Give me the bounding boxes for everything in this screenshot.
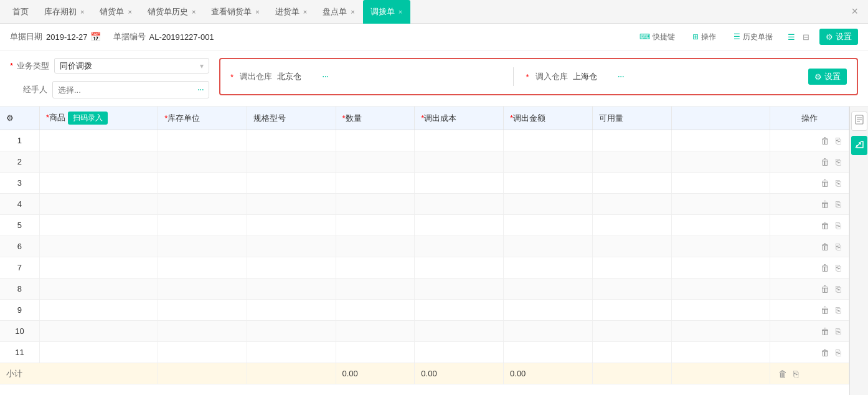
row-amount-3[interactable] — [504, 173, 593, 194]
row-cost-6[interactable] — [415, 236, 504, 257]
row-amount-10[interactable] — [504, 321, 593, 342]
tab-view-sales-close[interactable]: × — [255, 8, 259, 16]
row-qty-8[interactable] — [336, 278, 415, 300]
row-amount-8[interactable] — [504, 278, 593, 300]
row-cost-10[interactable] — [415, 321, 504, 342]
tab-inventory-init-close[interactable]: × — [80, 8, 84, 16]
row-copy-icon-2[interactable]: ⎘ — [836, 157, 841, 167]
row-unit-7[interactable] — [158, 257, 247, 278]
tab-sales-close[interactable]: × — [128, 8, 131, 16]
row-available-2[interactable] — [592, 151, 671, 173]
row-product-8[interactable] — [39, 278, 158, 300]
row-amount-11[interactable] — [504, 342, 593, 363]
grid-layout-icon[interactable]: ⊟ — [800, 31, 812, 43]
row-spec-7[interactable] — [247, 257, 336, 278]
tab-stocktake-close[interactable]: × — [351, 8, 354, 16]
operations-button[interactable]: ⊞ 操作 — [687, 30, 721, 44]
row-unit-2[interactable] — [158, 151, 247, 173]
row-unit-8[interactable] — [158, 278, 247, 300]
handler-input-wrap[interactable]: ··· — [52, 81, 209, 98]
row-qty-1[interactable] — [336, 130, 415, 151]
gear-icon[interactable]: ⚙ — [6, 113, 14, 123]
row-amount-4[interactable] — [504, 194, 593, 215]
row-spec-2[interactable] — [247, 151, 336, 173]
row-spec-8[interactable] — [247, 278, 336, 300]
row-spec-1[interactable] — [247, 130, 336, 151]
row-product-6[interactable] — [39, 236, 158, 257]
row-spec-11[interactable] — [247, 342, 336, 363]
tab-sales[interactable]: 销货单 × — [92, 0, 139, 24]
row-delete-icon-6[interactable]: 🗑 — [821, 242, 829, 252]
row-unit-4[interactable] — [158, 194, 247, 215]
subtotal-delete-icon[interactable]: 🗑 — [778, 369, 787, 379]
row-copy-icon-8[interactable]: ⎘ — [836, 284, 841, 294]
handler-input[interactable] — [58, 85, 195, 95]
row-spec-6[interactable] — [247, 236, 336, 257]
row-unit-1[interactable] — [158, 130, 247, 151]
tab-transfer[interactable]: 调拨单 × — [363, 0, 410, 24]
row-delete-icon-10[interactable]: 🗑 — [821, 326, 829, 336]
tab-home[interactable]: 首页 — [5, 0, 37, 24]
row-spec-3[interactable] — [247, 173, 336, 194]
row-copy-icon-3[interactable]: ⎘ — [836, 178, 841, 188]
row-cost-2[interactable] — [415, 151, 504, 173]
row-unit-3[interactable] — [158, 173, 247, 194]
shortcut-button[interactable]: ⌨ 快捷键 — [634, 30, 680, 44]
sidebar-note-button[interactable] — [851, 112, 867, 131]
tab-inventory-init[interactable]: 库存期初 × — [37, 0, 92, 24]
row-available-4[interactable] — [592, 194, 671, 215]
row-delete-icon-3[interactable]: 🗑 — [821, 178, 829, 188]
row-available-1[interactable] — [592, 130, 671, 151]
row-copy-icon-5[interactable]: ⎘ — [836, 221, 841, 231]
row-available-11[interactable] — [592, 342, 671, 363]
handler-more-icon[interactable]: ··· — [197, 84, 204, 95]
row-delete-icon-8[interactable]: 🗑 — [821, 284, 829, 294]
row-qty-4[interactable] — [336, 194, 415, 215]
tab-purchase-close[interactable]: × — [303, 8, 307, 16]
row-cost-5[interactable] — [415, 215, 504, 236]
row-cost-11[interactable] — [415, 342, 504, 363]
row-delete-icon-9[interactable]: 🗑 — [821, 305, 829, 315]
settings-button[interactable]: ⚙ 设置 — [819, 29, 858, 45]
list-layout-icon[interactable]: ☰ — [785, 31, 798, 43]
row-qty-9[interactable] — [336, 300, 415, 321]
sidebar-export-button[interactable] — [851, 136, 867, 155]
warehouse-settings-button[interactable]: ⚙ 设置 — [808, 69, 847, 85]
table-scroll-wrap[interactable]: ⚙ *商品 扫码录入 *库存单位 规格型号 *数量 — [0, 107, 849, 395]
business-type-dropdown-icon[interactable]: ▾ — [200, 62, 204, 70]
tab-sales-history[interactable]: 销货单历史 × — [140, 0, 204, 24]
row-product-3[interactable] — [39, 173, 158, 194]
warehouse-out-more-icon[interactable]: ··· — [322, 71, 328, 82]
close-all-tabs-button[interactable]: × — [846, 5, 863, 18]
row-delete-icon-2[interactable]: 🗑 — [821, 157, 829, 167]
row-cost-8[interactable] — [415, 278, 504, 300]
row-spec-9[interactable] — [247, 300, 336, 321]
subtotal-copy-icon[interactable]: ⎘ — [793, 369, 798, 379]
row-delete-icon-5[interactable]: 🗑 — [821, 221, 829, 231]
history-button[interactable]: ☰ 历史单据 — [729, 30, 778, 44]
row-amount-1[interactable] — [504, 130, 593, 151]
row-unit-5[interactable] — [158, 215, 247, 236]
row-qty-5[interactable] — [336, 215, 415, 236]
row-copy-icon-1[interactable]: ⎘ — [836, 136, 841, 146]
row-copy-icon-9[interactable]: ⎘ — [836, 305, 841, 315]
row-available-9[interactable] — [592, 300, 671, 321]
row-product-10[interactable] — [39, 321, 158, 342]
row-amount-2[interactable] — [504, 151, 593, 173]
row-cost-3[interactable] — [415, 173, 504, 194]
row-unit-9[interactable] — [158, 300, 247, 321]
row-product-1[interactable] — [39, 130, 158, 151]
row-delete-icon-1[interactable]: 🗑 — [821, 136, 829, 146]
row-product-7[interactable] — [39, 257, 158, 278]
row-copy-icon-7[interactable]: ⎘ — [836, 263, 841, 273]
row-product-4[interactable] — [39, 194, 158, 215]
row-available-7[interactable] — [592, 257, 671, 278]
row-amount-5[interactable] — [504, 215, 593, 236]
row-product-5[interactable] — [39, 215, 158, 236]
row-qty-7[interactable] — [336, 257, 415, 278]
row-available-5[interactable] — [592, 215, 671, 236]
row-qty-11[interactable] — [336, 342, 415, 363]
row-cost-9[interactable] — [415, 300, 504, 321]
row-spec-4[interactable] — [247, 194, 336, 215]
row-product-2[interactable] — [39, 151, 158, 173]
